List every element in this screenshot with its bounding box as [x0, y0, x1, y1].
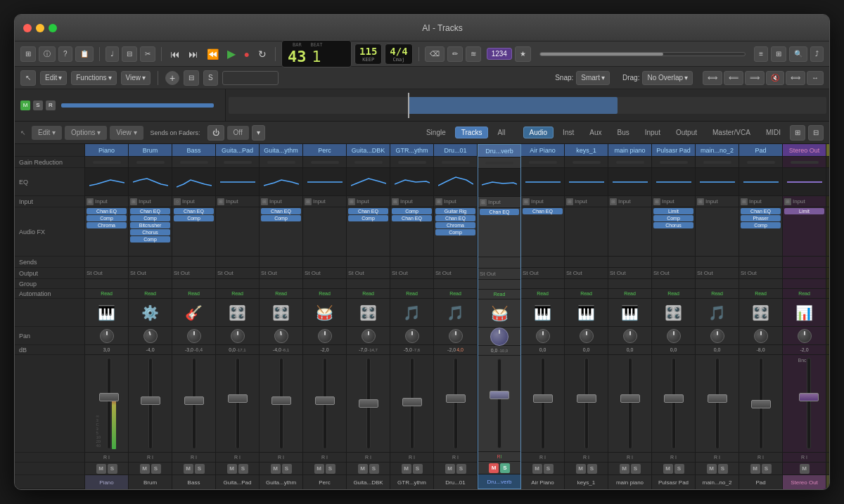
ch-pan-guitar-dbk[interactable] — [347, 327, 390, 345]
ch-input-guitar-pad[interactable]: ⊞Input — [216, 196, 259, 207]
ch-pan-guitar-pad[interactable] — [216, 327, 259, 345]
solo-btn-perc[interactable]: S — [326, 464, 335, 474]
track-r-btn[interactable]: R — [46, 101, 56, 110]
note-btn[interactable]: 📋 — [75, 46, 94, 62]
fader-handle-guitar-pad[interactable] — [228, 394, 248, 403]
ch-label-pad[interactable]: Pad — [739, 475, 782, 489]
input-tab[interactable]: Input — [639, 127, 667, 138]
ch-eq-gtr-rhythm[interactable] — [390, 168, 433, 196]
fader-handle-ap[interactable] — [533, 394, 553, 403]
ch-pan-gtr-rhythm[interactable] — [390, 327, 433, 345]
mute-btn-dru-01[interactable]: M — [445, 464, 455, 474]
ch-input-guitar-rhythm[interactable]: ⊞Input — [260, 196, 302, 207]
ch-label-keys1[interactable]: keys_1 — [565, 475, 608, 489]
track-settings-btn[interactable]: ⊟ — [184, 70, 199, 86]
audio-tab[interactable]: Audio — [523, 127, 554, 138]
ch-pan-dru-verb[interactable] — [478, 328, 520, 346]
ch-name-pad[interactable]: Pad — [739, 144, 782, 157]
record-btn[interactable]: ● — [241, 47, 252, 61]
cycle-btn[interactable]: ↻ — [255, 47, 269, 61]
ch-input-air-piano[interactable]: ⊞Input — [521, 196, 564, 207]
ch-auto-guitar-pad[interactable]: Read — [216, 289, 259, 299]
ch-auto-keys1[interactable]: Read — [565, 289, 608, 299]
ch-eq-piano[interactable] — [85, 168, 128, 196]
ch-eq-guitar-dbk[interactable] — [347, 168, 390, 196]
ch-eq-main-piano[interactable] — [608, 168, 651, 196]
ch-label-brum[interactable]: Brum — [129, 475, 172, 489]
fx-chan-eq-druv[interactable]: Chan EQ — [480, 209, 519, 215]
ch-name-piano[interactable]: Piano — [85, 144, 128, 157]
inst-tab[interactable]: Inst — [556, 127, 580, 138]
mute-btn-pp[interactable]: M — [663, 464, 673, 474]
off-btn[interactable]: Off — [227, 126, 249, 140]
ch-name-bass[interactable]: Bass — [172, 144, 215, 157]
mute-btn-gtr[interactable]: M — [402, 464, 411, 474]
fx-comp-gdbk[interactable]: Comp — [348, 215, 388, 221]
pan-knob-bass[interactable] — [187, 329, 201, 343]
solo-btn-keys1[interactable]: S — [587, 464, 597, 474]
solo-btn-mp[interactable]: S — [631, 464, 641, 474]
ch-pan-dru-01[interactable] — [434, 327, 477, 345]
ch-output-pad[interactable]: St Out — [739, 268, 782, 279]
ch-label-guitar-pad[interactable]: Guita...Pad — [216, 475, 259, 489]
maximize-button[interactable] — [49, 24, 57, 32]
delete-btn[interactable]: ⌫ — [425, 46, 445, 62]
pan-knob-guitar-dbk[interactable] — [362, 329, 376, 343]
ch-output-pulsasr-pad[interactable]: St Out — [652, 268, 695, 279]
fx-comp-pp[interactable]: Comp — [653, 215, 693, 221]
single-tab[interactable]: Single — [420, 127, 452, 138]
ch-pan-main-no2[interactable] — [696, 327, 738, 345]
ch-label-air-piano[interactable]: Air Piano — [521, 475, 564, 489]
sends-power-btn[interactable]: ⏻ — [207, 125, 224, 141]
mixer-layout-btn-2[interactable]: ⊟ — [808, 125, 824, 141]
mute-btn-brum[interactable]: M — [140, 464, 150, 474]
mixer-edit-btn[interactable]: Edit ▾ — [32, 126, 62, 140]
ch-auto-perc[interactable]: Read — [303, 289, 346, 299]
ch-input-pad[interactable]: ⊞Input — [739, 196, 782, 207]
ch-name-pulsasr-pad[interactable]: Pulsasr Pad — [652, 144, 695, 157]
fx-guitar-rig[interactable]: Guitar Rig — [435, 208, 475, 214]
ch-label-guitar-dbk[interactable]: Guita...DBK — [347, 475, 390, 489]
ch-eq-keys1[interactable] — [565, 168, 608, 196]
off-dropdown[interactable]: ▾ — [252, 125, 265, 141]
mixer-view-btn[interactable]: View ▾ — [110, 126, 143, 140]
fader-handle-so[interactable] — [799, 393, 819, 401]
ch-input-dru-verb[interactable]: ⊞Input — [478, 197, 520, 208]
ch-input-bass[interactable]: ○Input — [172, 196, 215, 207]
solo-btn-mn2[interactable]: S — [718, 464, 728, 474]
star-btn[interactable]: ★ — [515, 46, 531, 62]
ch-input-perc[interactable]: ⊞Input — [303, 196, 346, 207]
fx-chan-eq-dru[interactable]: Chan EQ — [435, 215, 475, 221]
ch-label-perc[interactable]: Perc — [303, 475, 346, 489]
back-btn[interactable]: ⏪ — [204, 47, 222, 61]
ch-auto-stereo-out[interactable]: Read — [783, 289, 826, 299]
mixer-options-btn[interactable]: Options ▾ — [65, 126, 107, 140]
ch-auto-dru-01[interactable]: Read — [434, 289, 477, 299]
mute-btn-gdbk[interactable]: M — [358, 464, 368, 474]
ch-auto-main-piano[interactable]: Read — [608, 289, 651, 299]
fx-comp-brum[interactable]: Comp — [130, 215, 170, 221]
list-view-btn[interactable]: ≡ — [754, 46, 768, 62]
ch-pan-keys1[interactable] — [565, 327, 608, 345]
ch-output-brum[interactable]: St Out — [129, 268, 172, 279]
solo-btn-dru-01[interactable]: S — [456, 464, 466, 474]
ch-name-perc[interactable]: Perc — [303, 144, 346, 157]
fader-handle-perc[interactable] — [315, 396, 335, 405]
ch-pan-brum[interactable] — [129, 327, 172, 345]
solo-btn-ap[interactable]: S — [544, 464, 554, 474]
ch-input-dru-01[interactable]: ⊞Input — [434, 196, 477, 207]
key-btn[interactable]: S — [203, 70, 218, 86]
ch-auto-gtr-rhythm[interactable]: Read — [390, 289, 433, 299]
ch-label-dru-01[interactable]: Dru...01 — [434, 475, 477, 489]
pan-knob-guitar-pad[interactable] — [231, 329, 245, 343]
fx-limit-so[interactable]: Limit — [784, 208, 824, 214]
ch-output-perc[interactable]: St Out — [303, 268, 346, 279]
ch-label-gtr-rhythm[interactable]: GTR...ythm — [390, 475, 433, 489]
mute-btn-druv[interactable]: M — [489, 463, 499, 473]
ch-auto-air-piano[interactable]: Read — [521, 289, 564, 299]
mute-btn-so[interactable]: M — [800, 464, 810, 474]
track-content[interactable] — [229, 97, 826, 114]
pan-knob-pulsasr-pad[interactable] — [667, 329, 681, 343]
ch-label-master[interactable]: Master — [826, 475, 829, 489]
fx-chan-eq-brum[interactable]: Chan EQ — [130, 208, 170, 214]
